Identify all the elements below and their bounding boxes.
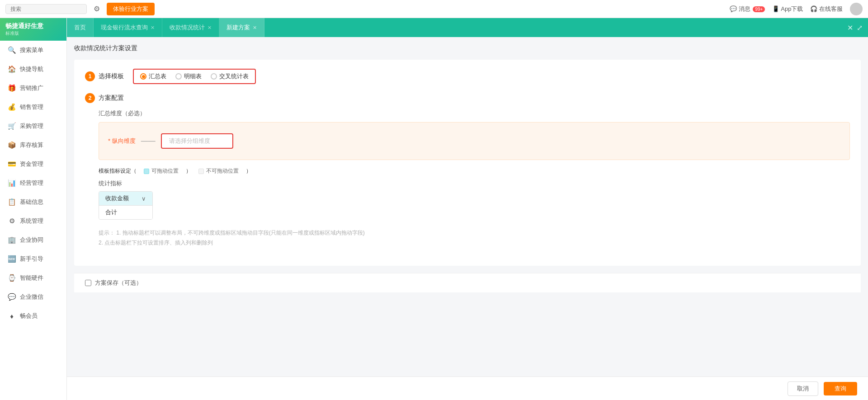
- close-window-icon[interactable]: ✕: [847, 24, 853, 32]
- system-label: 系统管理: [20, 217, 43, 225]
- section1-label: 选择模板: [99, 72, 124, 80]
- sidebar-item-system[interactable]: ⚙ 系统管理: [0, 212, 66, 231]
- guide-icon: 🆕: [7, 255, 16, 263]
- layout: 畅捷通好生意 标准版 🔍 搜索菜单🏠 快捷导航🎁 营销推广💰 销售管理🛒 采购管…: [0, 18, 868, 400]
- search-menu-label: 搜索菜单: [20, 46, 43, 54]
- smart-hw-label: 智能硬件: [20, 274, 43, 282]
- radio-cross-label: 交叉统计表: [219, 72, 249, 80]
- marketing-label: 营销推广: [20, 84, 43, 92]
- save-checkbox[interactable]: [85, 280, 91, 286]
- sidebar-nav: 🔍 搜索菜单🏠 快捷导航🎁 营销推广💰 销售管理🛒 采购管理📦 库存核算💳 资金…: [0, 41, 66, 325]
- member-label: 畅会员: [20, 312, 38, 320]
- sidebar-item-purchase[interactable]: 🛒 采购管理: [0, 117, 66, 136]
- sidebar-item-inventory[interactable]: 📦 库存核算: [0, 136, 66, 155]
- section2-row: 2 方案配置 汇总维度（必选） * 纵向维度 —— 请选择分组维度: [85, 93, 850, 248]
- main-content: 首页现金银行流水查询✕收款情况统计✕新建方案✕ ✕ ⤢ 收款情况统计方案设置 1…: [67, 18, 868, 400]
- content-area: 收款情况统计方案设置 1 选择模板 汇总表明细表交叉统计表 2 方案配置: [67, 37, 868, 376]
- dimension-area: * 纵向维度 —— 请选择分组维度: [99, 122, 850, 160]
- radio-summary-label: 汇总表: [149, 72, 166, 80]
- draggable-icon: [144, 169, 149, 174]
- inventory-icon: 📦: [7, 141, 16, 149]
- section1-row: 1 选择模板 汇总表明细表交叉统计表: [85, 69, 850, 84]
- gear-icon[interactable]: ⚙: [90, 3, 103, 15]
- section1-number: 1: [85, 71, 95, 81]
- page-title: 收款情况统计方案设置: [74, 44, 861, 52]
- tab-collection-stat-close[interactable]: ✕: [208, 25, 212, 31]
- purchase-icon: 🛒: [7, 122, 16, 130]
- section2-number: 2: [85, 93, 95, 103]
- indicator-header-text: 收款金额: [105, 194, 129, 202]
- trial-button[interactable]: 体验行业方案: [107, 3, 155, 15]
- tab-collection-stat-label: 收款情况统计: [170, 24, 205, 32]
- radio-cross[interactable]: 交叉统计表: [211, 72, 249, 80]
- page-container: 收款情况统计方案设置 1 选择模板 汇总表明细表交叉统计表 2 方案配置: [67, 37, 868, 300]
- sales-icon: 💰: [7, 103, 16, 111]
- sidebar-item-sales[interactable]: 💰 销售管理: [0, 98, 66, 117]
- sidebar-item-corp-collab[interactable]: 🏢 企业协同: [0, 231, 66, 249]
- operation-icon: 📊: [7, 179, 16, 187]
- search-input[interactable]: [5, 4, 87, 14]
- tab-new-plan-close[interactable]: ✕: [253, 25, 257, 31]
- config-body: 汇总维度（必选） * 纵向维度 —— 请选择分组维度: [85, 109, 850, 248]
- logo-edition: 标准版: [5, 30, 43, 37]
- corp-wechat-icon: 💬: [7, 293, 16, 301]
- tab-home[interactable]: 首页: [67, 18, 94, 37]
- top-bar: ⚙ 体验行业方案 💬 消息 99+ 📱 App下载 🎧 在线客服: [0, 0, 868, 18]
- tab-bank-flow-label: 现金银行流水查询: [101, 24, 148, 32]
- app-download-link[interactable]: 📱 App下载: [772, 5, 803, 13]
- sidebar-item-corp-wechat[interactable]: 💬 企业微信: [0, 287, 66, 306]
- basic-info-icon: 📋: [7, 198, 16, 206]
- indicator-section: 模板指标设定（ 可拖动位置 ） 不可拖动位置: [99, 167, 850, 221]
- user-avatar: [850, 3, 863, 15]
- indicator-dropdown-icon[interactable]: ∨: [142, 195, 146, 202]
- tab-bar: 首页现金银行流水查询✕收款情况统计✕新建方案✕ ✕ ⤢: [67, 18, 868, 37]
- sidebar-item-operation[interactable]: 📊 经营管理: [0, 174, 66, 193]
- save-area: 方案保存（可选）: [74, 273, 861, 292]
- indicator-table: 收款金额 ∨ 合计: [99, 191, 153, 220]
- indicator-label: 统计指标: [99, 179, 850, 188]
- tab-collection-stat[interactable]: 收款情况统计✕: [162, 18, 219, 37]
- sales-label: 销售管理: [20, 103, 43, 111]
- tab-home-label: 首页: [74, 24, 86, 32]
- sidebar-item-member[interactable]: ♦ 畅会员: [0, 306, 66, 325]
- online-service-link[interactable]: 🎧 在线客服: [810, 5, 843, 13]
- fixed-icon: [198, 169, 204, 174]
- logo-brand: 畅捷通好生意: [5, 22, 43, 30]
- radio-detail[interactable]: 明细表: [175, 72, 202, 80]
- dimension-row: * 纵向维度 —— 请选择分组维度: [108, 133, 840, 149]
- legend-draggable: 可拖动位置: [144, 167, 179, 175]
- sidebar-item-quick-nav[interactable]: 🏠 快捷导航: [0, 60, 66, 79]
- tab-bank-flow[interactable]: 现金银行流水查询✕: [94, 18, 162, 37]
- operation-label: 经营管理: [20, 179, 43, 187]
- radio-cross-circle: [211, 73, 217, 80]
- indicator-header[interactable]: 收款金额 ∨: [99, 192, 152, 206]
- cancel-button[interactable]: 取消: [788, 381, 818, 396]
- expand-window-icon[interactable]: ⤢: [857, 24, 863, 32]
- sidebar-item-smart-hw[interactable]: ⌚ 智能硬件: [0, 268, 66, 287]
- radio-summary[interactable]: 汇总表: [140, 72, 166, 80]
- footer-bar: 取消 查询: [67, 376, 868, 400]
- template-radio-group: 汇总表明细表交叉统计表: [133, 69, 256, 84]
- system-icon: ⚙: [7, 217, 16, 225]
- quick-nav-icon: 🏠: [7, 65, 16, 73]
- sidebar-item-capital[interactable]: 💳 资金管理: [0, 155, 66, 174]
- message-link[interactable]: 💬 消息 99+: [730, 5, 765, 13]
- tab-new-plan[interactable]: 新建方案✕: [219, 18, 264, 37]
- sidebar-item-guide[interactable]: 🆕 新手引导: [0, 249, 66, 268]
- corp-wechat-label: 企业微信: [20, 293, 43, 301]
- query-button[interactable]: 查询: [824, 382, 857, 395]
- corp-collab-icon: 🏢: [7, 236, 16, 244]
- indicator-section-title: 模板指标设定（: [99, 167, 137, 175]
- sidebar-item-basic-info[interactable]: 📋 基础信息: [0, 193, 66, 212]
- corp-collab-label: 企业协同: [20, 236, 43, 244]
- radio-detail-label: 明细表: [184, 72, 202, 80]
- sidebar-item-search-menu[interactable]: 🔍 搜索菜单: [0, 41, 66, 60]
- indicator-row-total: 合计: [99, 206, 152, 219]
- legend-fixed: 不可拖动位置: [198, 167, 239, 175]
- indicator-legend: 模板指标设定（ 可拖动位置 ） 不可拖动位置: [99, 167, 850, 175]
- dimension-selector[interactable]: 请选择分组维度: [161, 133, 233, 149]
- dimension-group-title: 汇总维度（必选）: [99, 109, 850, 118]
- sidebar-item-marketing[interactable]: 🎁 营销推广: [0, 79, 66, 98]
- row-dim-label: * 纵向维度: [108, 137, 136, 145]
- tab-bank-flow-close[interactable]: ✕: [151, 25, 155, 31]
